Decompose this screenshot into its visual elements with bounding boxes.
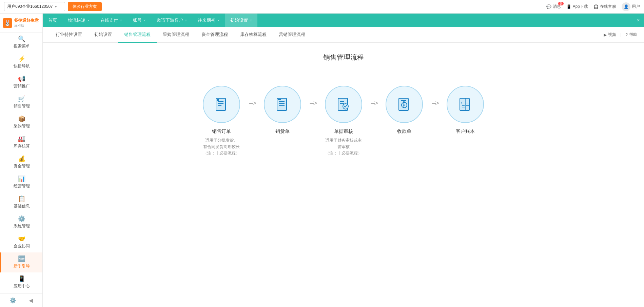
settings-icon[interactable]: ⚙️ <box>9 297 16 304</box>
sub-tab-purchaseflow[interactable]: 采购管理流程 <box>157 27 195 43</box>
sidebar-icon-cooperation: 🤝 <box>18 236 25 242</box>
sidebar-icon-quicknav: ⚡ <box>18 56 25 62</box>
sidebar-icon-purchase: 📦 <box>18 116 25 122</box>
sidebar-item-inventory[interactable]: 🏭 库存核算 <box>0 132 42 152</box>
content-area: 首页物流快递×在线支付×账号×邀请下游客户×往来期初×初始设置×× 行业特性设置… <box>43 14 644 307</box>
nav-tab-close-invite[interactable]: × <box>185 19 187 22</box>
sub-tabs-right: ▶ 视频 | ? 帮助 <box>604 32 637 38</box>
flow-step-salesinvoice[interactable]: 销货单 <box>255 86 310 137</box>
nav-tab-invite[interactable]: 邀请下游客户× <box>151 14 193 27</box>
nav-tab-label-init: 初始设置 <box>230 17 248 23</box>
nav-tab-period[interactable]: 往来期初× <box>192 14 225 27</box>
page-title: 销售管理流程 <box>56 53 630 62</box>
sidebar-label-newguide: 新手引导 <box>14 263 30 269</box>
sidebar-item-cooperation[interactable]: 🤝 企业协同 <box>0 232 42 252</box>
sidebar-label-quicknav: 快捷导航 <box>14 63 30 69</box>
nav-tab-account[interactable]: 账号× <box>128 14 151 27</box>
sidebar-item-search[interactable]: 🔍 搜索菜单 <box>0 33 42 53</box>
flow-container: 销售订单 适用于分批发货、有合同发货周期较长（注：非必要流程） ---> 销货单… <box>56 79 630 164</box>
sub-tab-industry[interactable]: 行业特性设置 <box>50 27 88 43</box>
nav-tab-close-init[interactable]: × <box>250 19 252 22</box>
sidebar-label-inventory: 库存核算 <box>14 143 30 149</box>
nav-tab-home[interactable]: 首页 <box>43 14 62 27</box>
help-icon: ? <box>625 33 628 37</box>
trial-button[interactable]: 体验行业方案 <box>68 2 102 11</box>
online-service-item[interactable]: 🎧 在线客服 <box>593 4 616 9</box>
app-download-item[interactable]: 📱 App下载 <box>566 4 588 9</box>
page-content: 销售管理流程 销售订单 适用于分批发货、有合同发货周期较长（注：非必要流程） -… <box>43 43 644 307</box>
sidebar-item-newguide[interactable]: 🆕 新手引导 <box>0 252 42 272</box>
sidebar-item-marketing[interactable]: 📢 营销推广 <box>0 73 42 93</box>
flow-step-title-approval: 单据审核 <box>334 128 353 135</box>
top-bar-left: 用户690企业1660120507 ▼ 体验行业方案 <box>4 2 102 11</box>
sidebar-item-sales[interactable]: 🛒 销售管理 <box>0 93 42 112</box>
sidebar-label-finance: 资金管理 <box>14 163 30 169</box>
nav-tab-close-period[interactable]: × <box>217 19 219 22</box>
sub-tab-initsetup[interactable]: 初始设置 <box>88 27 118 43</box>
nav-tabs-bar: 首页物流快递×在线支付×账号×邀请下游客户×往来期初×初始设置×× <box>43 14 644 27</box>
video-label: 视频 <box>608 32 616 38</box>
sub-tab-inventoryflow[interactable]: 库存核算流程 <box>234 27 273 43</box>
dropdown-arrow-icon: ▼ <box>54 5 58 8</box>
sidebar-item-purchase[interactable]: 📦 采购管理 <box>0 112 42 132</box>
nav-tab-label-logistics: 物流快递 <box>68 17 85 23</box>
nav-tab-logistics[interactable]: 物流快递× <box>62 14 95 27</box>
nav-tab-init[interactable]: 初始设置× <box>225 14 257 27</box>
sidebar-label-purchase: 采购管理 <box>14 123 30 129</box>
flow-circle-custledger: ¥ <box>447 86 484 123</box>
help-item[interactable]: ? 帮助 <box>625 32 637 38</box>
nav-tab-payment[interactable]: 在线支付× <box>95 14 128 27</box>
sidebar-item-basicinfo[interactable]: 📋 基础信息 <box>0 192 42 212</box>
sidebar-label-system: 系统管理 <box>14 223 30 229</box>
sidebar-item-appcenter[interactable]: 📱 应用中心 <box>0 272 42 292</box>
user-profile-item[interactable]: 👤 用户 <box>622 2 640 11</box>
sidebar-label-sales: 销售管理 <box>14 103 30 109</box>
message-item[interactable]: 💬 消息 6 <box>546 4 561 9</box>
sidebar-item-operation[interactable]: 📊 经营管理 <box>0 172 42 192</box>
video-help-item[interactable]: ▶ 视频 <box>604 32 616 38</box>
flow-step-title-custledger: 客户账本 <box>456 128 475 135</box>
sidebar: 🐰 畅捷通好生意 标准版 🔍 搜索菜单 ⚡ 快捷导航 📢 营销推广 🛒 销售管理… <box>0 14 43 307</box>
flow-step-title-salesorder: 销售订单 <box>212 128 231 135</box>
app-download-icon: 📱 <box>566 4 571 9</box>
flow-arrow-0: ---> <box>249 86 255 107</box>
top-bar-right: 💬 消息 6 📱 App下载 🎧 在线客服 👤 用户 <box>546 2 640 11</box>
flow-step-title-receipt: 收款单 <box>397 128 411 135</box>
sub-tab-financeflow[interactable]: 资金管理流程 <box>195 27 234 43</box>
user-selector[interactable]: 用户690企业1660120507 ▼ <box>4 2 65 11</box>
sidebar-label-cooperation: 企业协同 <box>14 243 30 249</box>
sidebar-menu: 🔍 搜索菜单 ⚡ 快捷导航 📢 营销推广 🛒 销售管理 📦 采购管理 🏭 库存核… <box>0 33 42 293</box>
nav-tab-close-logistics[interactable]: × <box>87 19 90 22</box>
sidebar-item-quicknav[interactable]: ⚡ 快捷导航 <box>0 53 42 73</box>
sub-tabs: 行业特性设置初始设置销售管理流程采购管理流程资金管理流程库存核算流程营销管理流程 <box>50 27 311 43</box>
svg-rect-19 <box>460 98 469 110</box>
flow-step-approval[interactable]: 单据审核 适用于财务审核或主管审核（注：非必要流程） <box>316 86 371 157</box>
online-service-label: 在线客服 <box>600 4 616 9</box>
flow-step-receipt[interactable]: ¥ 收款单 <box>377 86 431 137</box>
avatar: 👤 <box>622 2 630 11</box>
sidebar-item-finance[interactable]: 💰 资金管理 <box>0 152 42 172</box>
sidebar-icon-finance: 💰 <box>18 156 25 162</box>
flow-arrow-3: ---> <box>431 86 438 107</box>
flow-step-salesorder[interactable]: 销售订单 适用于分批发货、有合同发货周期较长（注：非必要流程） <box>194 86 249 157</box>
svg-rect-5 <box>277 98 287 110</box>
logo-text: 畅捷通好生意 标准版 <box>14 18 39 28</box>
logo-main-text: 畅捷通好生意 <box>14 18 39 23</box>
user-selector-text: 用户690企业1660120507 <box>7 4 53 9</box>
nav-bar-close-button[interactable]: × <box>633 17 644 23</box>
sidebar-bottom: ⚙️ ◀ <box>0 293 42 307</box>
sidebar-item-system[interactable]: ⚙️ 系统管理 <box>0 212 42 232</box>
flow-step-custledger[interactable]: ¥ 客户账本 <box>438 86 492 137</box>
app-download-label: App下载 <box>573 4 588 9</box>
top-bar: 用户690企业1660120507 ▼ 体验行业方案 💬 消息 6 📱 App下… <box>0 0 644 14</box>
divider: | <box>620 33 621 37</box>
collapse-icon[interactable]: ◀ <box>29 297 33 304</box>
sidebar-icon-appcenter: 📱 <box>18 276 25 282</box>
sub-tab-marketingflow[interactable]: 营销管理流程 <box>273 27 311 43</box>
svg-rect-4 <box>217 99 219 101</box>
user-name-label: 用户 <box>632 4 640 9</box>
nav-tab-close-payment[interactable]: × <box>120 19 122 22</box>
sub-tab-salesflow[interactable]: 销售管理流程 <box>118 27 157 43</box>
nav-tab-close-account[interactable]: × <box>144 19 146 22</box>
headset-icon: 🎧 <box>593 4 599 9</box>
